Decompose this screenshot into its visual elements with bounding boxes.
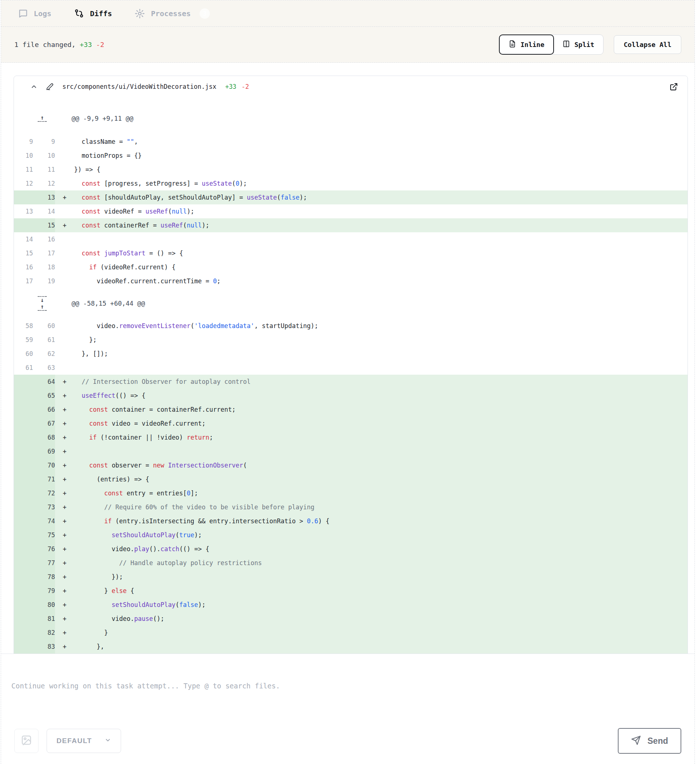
- tab-diffs-label: Diffs: [90, 9, 112, 18]
- diff-view-controls: Inline Split Collapse All: [499, 34, 681, 55]
- followup-controls: DEFAULT Send: [1, 728, 694, 754]
- diff-line-context: 1111}) => {: [14, 163, 688, 177]
- additions-count: +33: [80, 41, 92, 49]
- diff-line-added: 67+ const video = videoRef.current;: [14, 416, 688, 431]
- chat-bubble-icon: [18, 8, 28, 18]
- diff-line-added: 66+ const container = containerRef.curre…: [14, 402, 688, 416]
- files-changed-text: 1 file changed,: [14, 41, 76, 49]
- git-compare-icon: [74, 8, 84, 18]
- app-frame: Logs Diffs Processes 3 1 file changed, +…: [1, 0, 695, 764]
- processes-count-badge: 3: [200, 8, 210, 19]
- diff-line-context: 1314 const videoRef = useRef(null);: [14, 204, 688, 218]
- diff-header: 1 file changed, +33 -2 Inline Split: [1, 27, 694, 63]
- tab-bar: Logs Diffs Processes 3: [1, 0, 694, 27]
- tab-logs[interactable]: Logs: [18, 8, 52, 18]
- paper-plane-icon: [631, 735, 641, 747]
- diff-line-added: 13+ const [shouldAutoPlay, setShouldAuto…: [14, 191, 688, 204]
- diff-line-context: 6062 }, []);: [14, 347, 688, 361]
- profile-dropdown[interactable]: DEFAULT: [47, 729, 121, 753]
- tab-diffs[interactable]: Diffs: [74, 8, 112, 18]
- diff-scroll-area[interactable]: src/components/ui/VideoWithDecoration.js…: [1, 63, 694, 654]
- followup-panel: DEFAULT Send: [1, 654, 694, 764]
- tab-processes-label: Processes: [151, 9, 191, 18]
- diff-line-context: 1416: [14, 232, 688, 246]
- diff-line-context: 5860 video.removeEventListener('loadedme…: [14, 319, 688, 333]
- diff-line-added: 75+ setShouldAutoPlay(true);: [14, 528, 688, 542]
- diff-line-added: 71+ (entries) => {: [14, 472, 688, 486]
- expand-up-icon[interactable]: ↑: [38, 304, 47, 311]
- inline-label: Inline: [520, 41, 544, 49]
- send-button-label: Send: [647, 736, 668, 746]
- diff-line-added: 77+ // Handle autoplay policy restrictio…: [14, 556, 688, 570]
- file-text-icon: [508, 40, 516, 49]
- diff-line-added: 82+ }: [14, 626, 688, 640]
- hunk-header-text: @@ -9,9 +9,11 @@: [72, 115, 134, 122]
- tab-logs-label: Logs: [34, 9, 52, 18]
- diff-line-added: 64+ // Intersection Observer for autopla…: [14, 375, 688, 388]
- changes-summary: 1 file changed, +33 -2: [14, 41, 104, 49]
- file-additions: +33: [225, 83, 237, 90]
- send-button[interactable]: Send: [618, 728, 681, 754]
- inline-view-button[interactable]: Inline: [499, 34, 554, 55]
- diff-line-added: 69+: [14, 445, 688, 458]
- diff-line-context: 99 className = "",: [14, 135, 688, 149]
- file-diff-header: src/components/ui/VideoWithDecoration.js…: [14, 76, 688, 97]
- diff-line-context: 5961 };: [14, 333, 688, 347]
- expand-down-icon[interactable]: ↓: [38, 296, 47, 303]
- diff-line-added: 81+ video.pause();: [14, 612, 688, 626]
- attach-image-button[interactable]: [14, 729, 39, 753]
- file-deletions: -2: [241, 83, 249, 90]
- expand-up-icon[interactable]: ↑: [38, 115, 47, 122]
- diff-line-added: 80+ setShouldAutoPlay(false);: [14, 598, 688, 612]
- diff-lines: ↑@@ -9,9 +9,11 @@99 className = "",1010 …: [14, 97, 688, 654]
- hunk-header-row: ↑@@ -9,9 +9,11 @@: [14, 102, 688, 135]
- diff-line-added: 78+ });: [14, 570, 688, 584]
- open-external-icon[interactable]: [670, 83, 678, 91]
- image-icon: [21, 735, 32, 747]
- collapse-all-label: Collapse All: [624, 41, 671, 49]
- diff-line-added: 73+ // Require 60% of the video to be vi…: [14, 500, 688, 514]
- profile-dropdown-value: DEFAULT: [56, 737, 92, 745]
- diff-line-added: 74+ if (entry.isIntersecting && entry.in…: [14, 514, 688, 528]
- diff-line-context: 6163: [14, 361, 688, 375]
- split-label: Split: [575, 41, 594, 49]
- collapse-all-button[interactable]: Collapse All: [614, 35, 681, 54]
- diff-line-context: 1517 const jumpToStart = () => {: [14, 246, 688, 260]
- tab-processes[interactable]: Processes: [134, 8, 191, 19]
- file-diff-card: src/components/ui/VideoWithDecoration.js…: [14, 75, 688, 654]
- diff-line-added: 15+ const containerRef = useRef(null);: [14, 218, 688, 232]
- diff-line-added: 65+ useEffect(() => {: [14, 388, 688, 402]
- split-view-button[interactable]: Split: [554, 35, 603, 54]
- file-path: src/components/ui/VideoWithDecoration.js…: [62, 83, 216, 90]
- followup-input[interactable]: [1, 654, 694, 723]
- diff-line-added: 83+ },: [14, 640, 688, 654]
- chevron-down-icon: [105, 737, 111, 745]
- diff-line-context: 1618 if (videoRef.current) {: [14, 260, 688, 274]
- split-panes-icon: [562, 40, 570, 49]
- diff-line-added: 76+ video.play().catch(() => {: [14, 542, 688, 556]
- view-mode-toggle: Inline Split: [499, 34, 603, 55]
- gear-icon: [134, 8, 145, 19]
- diff-line-added: 79+ } else {: [14, 584, 688, 598]
- pencil-icon: [46, 83, 53, 91]
- diff-line-context: 1719 videoRef.current.currentTime = 0;: [14, 274, 688, 288]
- collapse-file-chevron-icon[interactable]: [31, 84, 37, 90]
- diff-line-context: 1010 motionProps = {}: [14, 149, 688, 163]
- diff-line-added: 70+ const observer = new IntersectionObs…: [14, 458, 688, 472]
- diff-line-added: 68+ if (!container || !video) return;: [14, 431, 688, 445]
- hunk-header-row: ↓↑@@ -58,15 +60,44 @@: [14, 288, 688, 319]
- deletions-count: -2: [96, 41, 104, 49]
- hunk-header-text: @@ -58,15 +60,44 @@: [72, 300, 145, 307]
- file-change-counts: +33 -2: [225, 83, 249, 90]
- diff-line-added: 72+ const entry = entries[0];: [14, 486, 688, 500]
- diff-line-context: 1212 const [progress, setProgress] = use…: [14, 177, 688, 191]
